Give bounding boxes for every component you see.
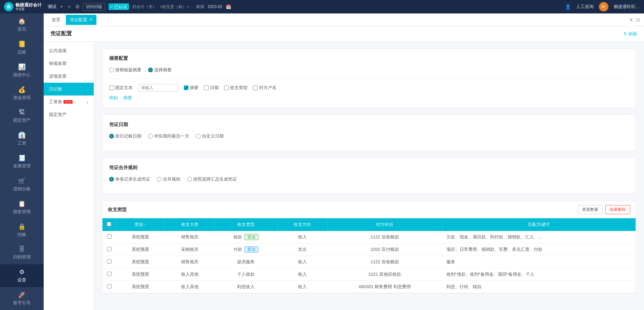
sidebar-item-home[interactable]: 🏠 首页 [0, 13, 44, 36]
radio-custom-date[interactable]: 自定义日期 [196, 133, 224, 139]
logo-icon: 会 [4, 2, 13, 11]
sidebar-label-ledger: 总账 [17, 49, 26, 55]
sidebar-item-salary[interactable]: 👔 工资 [0, 127, 44, 150]
assets-icon: 🏗 [19, 109, 25, 116]
add-icon[interactable]: ＋ [67, 3, 72, 10]
col-direction: 收支方向 [277, 218, 327, 231]
update-qty-button[interactable]: 更新数量 [578, 205, 603, 214]
sidebar-item-guide[interactable]: 🚀 新手引导 [0, 287, 44, 310]
radio-journal-date[interactable]: 按日记账日期 [109, 133, 141, 139]
topbar-right: 👤 人工咨询 旺 畅捷通旺旺… [565, 2, 640, 11]
radio-single[interactable]: 单条记录生成凭证 [109, 176, 150, 182]
checkbox-summary[interactable]: 摘要 [184, 85, 199, 91]
row-checkbox[interactable] [107, 272, 112, 276]
refresh-icon: ↻ [624, 31, 627, 36]
sidebar-item-funds[interactable]: 💰 资金管理 [0, 82, 44, 105]
sidebar-item-close[interactable]: 🔒 结账 [0, 219, 44, 242]
left-nav-journal[interactable]: 日记账 [44, 83, 94, 95]
sidebar-label-tax: 税务管理 [13, 209, 31, 215]
refresh-button[interactable]: ↻ 刷新 [624, 31, 637, 41]
row-income-type: 提供服务 [214, 256, 277, 268]
switch-version-button[interactable]: 切到旧版 [83, 3, 105, 11]
batch-delete-button[interactable]: 批量删除 [605, 205, 630, 214]
sidebar-label-funds: 资金管理 [13, 95, 31, 101]
sidebar-item-assets[interactable]: 🏗 固定资产 [0, 105, 44, 127]
username[interactable]: 畅捷通旺旺… [614, 4, 640, 10]
tab-voucher-config[interactable]: 凭证配置 ✕ [66, 15, 96, 25]
checkbox-income-type[interactable]: 收支类型 [224, 85, 248, 91]
table-row: 系统预置收入其他利息收入收入660301 财务费用 利息费用利息、行转、续自 [102, 281, 636, 293]
settings-icon[interactable]: ⚙ [75, 4, 80, 10]
checkbox-fixed-text[interactable]: 固定文本 [109, 85, 133, 91]
sidebar-item-settings[interactable]: ⚙ 设置 [0, 264, 44, 287]
row-checkbox[interactable] [107, 284, 112, 288]
calendar-icon[interactable]: 📅 [226, 4, 231, 9]
logo-name: 畅捷通好会计 [15, 2, 42, 7]
select-all-checkbox[interactable] [107, 222, 111, 226]
company-name: 测试 [48, 4, 56, 10]
split-layout: 公共选项 销项发票 进项发票 日记账 工资表 NEW [44, 42, 644, 310]
col-keywords: 匹配关键字 [442, 218, 636, 231]
row-checkbox[interactable] [107, 247, 112, 251]
row-account: 1221 其他应收款 [327, 268, 442, 281]
table-section-title: 收支类型 [108, 207, 127, 213]
sidebar-item-ledger[interactable]: 📒 总账 [0, 36, 44, 59]
table-row: 系统预置销售相关收款置顶收入1122 应收账款欠款、现金、项目款、到付款、报销款… [102, 231, 636, 243]
left-nav-fixed-assets[interactable]: 固定资产 [44, 108, 94, 121]
tab-close-window-icon[interactable]: ✕ [629, 17, 633, 23]
funds-icon: 💰 [18, 86, 26, 93]
row-category: 系统预置 [116, 231, 165, 243]
table-header-row: 收支类型 更新数量 批量删除 [102, 201, 636, 218]
consulting-label[interactable]: 人工咨询 [576, 4, 594, 10]
payroll-expand-icon[interactable]: › [87, 100, 88, 105]
row-income-type: 利息收入 [214, 281, 277, 293]
avatar[interactable]: 旺 [599, 2, 608, 11]
radio-merge[interactable]: 合并规则 [157, 176, 180, 182]
period-value: 2023-02 [208, 4, 222, 9]
row-keywords: 利息、行转、续自 [442, 281, 636, 293]
left-nav-payroll[interactable]: 工资表 NEW › [44, 95, 94, 108]
radio-select[interactable]: 选择摘要 [148, 67, 172, 73]
left-nav-purchase-invoice[interactable]: 进项发票 [44, 70, 94, 83]
row-keywords: 收到*借款、收到*备用金、退回*备用金、个人 [442, 268, 636, 281]
row-checkbox[interactable] [107, 259, 112, 264]
left-nav-public[interactable]: 公共选项 [44, 44, 94, 57]
radio-period-last[interactable]: 对应期间最后一天 [148, 133, 189, 139]
tab-close-icon[interactable]: ✕ [89, 17, 92, 22]
sidebar-item-reports[interactable]: 📊 报表中心 [0, 59, 44, 82]
tab-maximize-icon[interactable]: ⊡ [636, 17, 640, 23]
row-tag[interactable]: 置顶 [244, 234, 258, 240]
row-major-type: 销售相关 [165, 231, 215, 243]
page-content: 凭证配置 ↻ 刷新 公共选项 销项发票 进项发票 [44, 26, 644, 310]
sidebar-item-invoices[interactable]: 🧾 发票管理 [0, 150, 44, 173]
row-direction: 支出 [277, 243, 327, 256]
sidebar-label-assets: 固定资产 [13, 117, 31, 123]
row-tag[interactable]: 置顶 [244, 246, 258, 253]
sidebar-label-home: 首页 [17, 26, 26, 32]
settings-icon: ⚙ [19, 268, 25, 276]
example-text: 例如： 摘要 [109, 95, 629, 101]
period-label: 账期 [196, 4, 204, 10]
row-account: 660301 财务费用 利息费用 [327, 281, 442, 293]
checkbox-date[interactable]: 日期 [204, 85, 219, 91]
salary-icon: 👔 [18, 131, 26, 139]
fixed-text-input[interactable] [138, 84, 178, 91]
sidebar-item-purchases[interactable]: 🛒 进销台账 [0, 173, 44, 196]
col-major-type: 收支大类 [165, 218, 215, 231]
sidebar-label-close: 结账 [17, 232, 26, 238]
row-checkbox[interactable] [107, 234, 112, 239]
sidebar-item-archive[interactable]: 🗄 归档管理 [0, 242, 44, 264]
company-dropdown-icon[interactable]: ▼ [60, 5, 63, 9]
row-keywords: 欠款、现金、项目款、到付款、报销款、汇入、... [442, 231, 636, 243]
radio-summary[interactable]: 按照选择汇总生成凭证 [187, 176, 237, 182]
radio-template[interactable]: 按模板版摘要 [109, 67, 141, 73]
row-category: 系统预置 [116, 243, 165, 256]
tab-home[interactable]: 首页 [48, 15, 65, 25]
page-header: 凭证配置 ↻ 刷新 [44, 26, 644, 42]
sidebar-item-tax[interactable]: 📋 税务管理 [0, 196, 44, 219]
reports-icon: 📊 [18, 63, 26, 71]
checkbox-counterparty[interactable]: 对方户名 [253, 85, 276, 91]
summary-checkbox-group: 固定文本 摘要 日期 [109, 84, 629, 91]
row-income-type: 个人收款 [214, 268, 277, 281]
left-nav-sales-invoice[interactable]: 销项发票 [44, 57, 94, 70]
